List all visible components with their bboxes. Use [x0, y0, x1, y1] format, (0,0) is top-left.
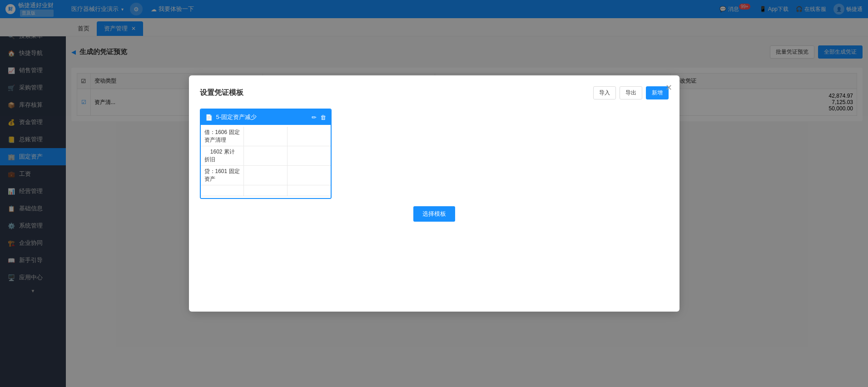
template-debit-1-col2: [244, 127, 288, 146]
template-debit-1-col3: [288, 127, 331, 146]
dialog-close-button[interactable]: ✕: [665, 83, 672, 93]
dialog-title: 设置凭证模板: [200, 88, 243, 98]
select-template-button[interactable]: 选择模板: [413, 206, 455, 222]
dialog-overlay: ✕ 设置凭证模板 导入 导出 新增 📄 5-固定资产减少 ✏ 🗑: [0, 0, 868, 387]
template-credit-1-col2: [244, 166, 288, 185]
template-debit-2-col2: [244, 146, 288, 165]
template-card-body: 借：1606 固定资产清理 1602 累计折旧 贷：1601 固定资产: [201, 125, 331, 198]
template-empty-col3: [288, 185, 331, 196]
template-card-header: 📄 5-固定资产减少 ✏ 🗑: [201, 109, 331, 125]
template-card-actions: ✏ 🗑: [312, 114, 326, 121]
template-debit-2-label: 1602 累计折旧: [201, 146, 244, 165]
template-delete-icon[interactable]: 🗑: [320, 114, 326, 121]
template-card: 📄 5-固定资产减少 ✏ 🗑 借：1606 固定资产清理 1602 累计折旧: [200, 109, 332, 199]
template-debit-2-col3: [288, 146, 331, 165]
set-template-dialog: ✕ 设置凭证模板 导入 导出 新增 📄 5-固定资产减少 ✏ 🗑: [189, 75, 680, 312]
template-debit-1-label: 借：1606 固定资产清理: [201, 127, 244, 146]
template-empty-row: [201, 185, 331, 196]
dialog-actions: 导入 导出 新增: [593, 86, 669, 99]
template-debit-row-1: 借：1606 固定资产清理: [201, 127, 331, 146]
template-empty-col2: [244, 185, 288, 196]
template-credit-row-1: 贷：1601 固定资产: [201, 166, 331, 185]
template-credit-1-label: 贷：1601 固定资产: [201, 166, 244, 185]
template-credit-1-col3: [288, 166, 331, 185]
template-card-file-icon: 📄: [205, 114, 213, 121]
export-button[interactable]: 导出: [620, 86, 642, 99]
template-debit-row-2: 1602 累计折旧: [201, 146, 331, 166]
template-edit-icon[interactable]: ✏: [312, 114, 317, 121]
import-button[interactable]: 导入: [593, 86, 616, 99]
template-card-title: 5-固定资产减少: [216, 113, 308, 121]
template-empty-col1: [201, 185, 244, 196]
dialog-header: 设置凭证模板 导入 导出 新增: [200, 86, 669, 99]
